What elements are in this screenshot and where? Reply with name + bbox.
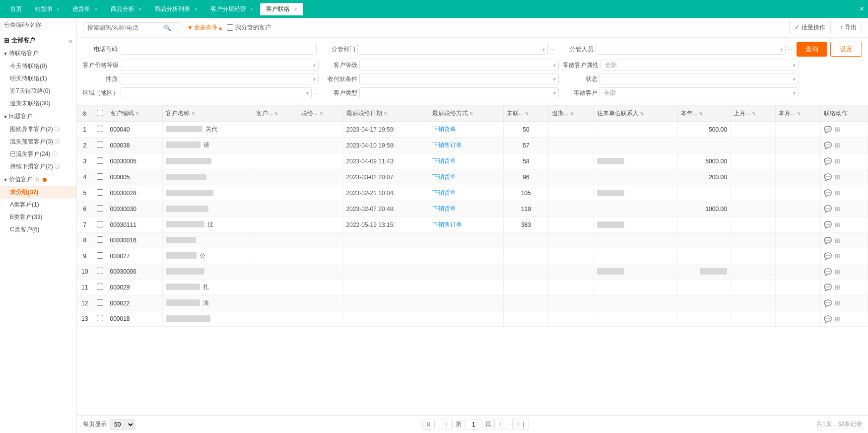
contact-action-icon[interactable]: 💬 <box>824 189 832 197</box>
sidebar-item-churned[interactable]: 已流失客户(24) ⓘ <box>0 148 76 160</box>
page-number-input[interactable] <box>465 420 482 430</box>
contact-action-icon[interactable]: 💬 <box>824 315 832 323</box>
method-link[interactable]: 下销货单 <box>432 157 456 164</box>
cell-last-method[interactable]: 下销货单 <box>429 153 503 169</box>
contact-action-icon[interactable]: 💬 <box>824 237 832 244</box>
tab-goods-list-close[interactable]: × <box>194 6 197 12</box>
cell-checkbox[interactable] <box>93 122 107 138</box>
contact-action-icon[interactable]: 💬 <box>824 252 832 260</box>
export-button[interactable]: ↑ 导出 <box>835 21 862 34</box>
sidebar-item-overdue[interactable]: 逾期未联络(30) <box>0 97 76 110</box>
payment-select[interactable] <box>359 73 558 84</box>
cell-last-method[interactable]: 下销货单 <box>429 201 503 217</box>
sidebar-item-type-b[interactable]: B类客户(33) <box>0 211 76 223</box>
sparse-customer-select[interactable]: 全部 <box>600 87 799 98</box>
cell-last-method[interactable]: 下销货单 <box>429 169 503 185</box>
contact-action-icon[interactable]: 💬 <box>824 142 832 149</box>
page-size-select[interactable]: 50 100 <box>110 419 135 430</box>
col-this-month[interactable]: 本月... ⇅ <box>775 106 820 122</box>
my-customers-checkbox[interactable] <box>227 24 233 31</box>
col-contact-person[interactable]: 往来单位联系人 ⇅ <box>594 106 677 122</box>
refresh-icon[interactable]: ↻ <box>35 176 40 183</box>
dept-select[interactable] <box>357 44 547 55</box>
col-last-date[interactable]: 最后联络日期 ⇅ <box>343 106 429 122</box>
contact-action-icon[interactable]: 💬 <box>824 157 832 165</box>
cell-last-method[interactable]: 下销货单 <box>429 185 503 201</box>
tab-purchase-close[interactable]: × <box>94 6 97 12</box>
contact-action-icon[interactable]: 💬 <box>824 284 832 291</box>
cell-checkbox[interactable] <box>93 138 107 153</box>
cell-checkbox[interactable] <box>93 280 107 295</box>
tab-home[interactable]: 首页 <box>4 3 28 15</box>
col-overdue[interactable]: 逾期... ⇅ <box>548 106 594 122</box>
sidebar-item-declining[interactable]: 持续下滑客户(2) ⓘ <box>0 160 76 173</box>
search-input[interactable] <box>87 24 162 31</box>
sidebar-section-pending[interactable]: ▾ 待联络客户 <box>0 47 76 60</box>
more-action-icon[interactable]: ⊞ <box>835 268 840 276</box>
sidebar-item-today[interactable]: 今天待联络(0) <box>0 60 76 72</box>
next-page-btn[interactable]: 〉 <box>494 419 509 430</box>
price-level-select[interactable] <box>121 60 319 71</box>
more-conditions-btn[interactable]: ▼ 更多条件 ▴ <box>187 23 222 32</box>
sidebar-item-type-a[interactable]: A类客户(1) <box>0 199 76 211</box>
col-this-year[interactable]: 本年... ⇅ <box>677 106 730 122</box>
cell-last-method[interactable]: 下销货单 <box>429 122 503 138</box>
contact-action-icon[interactable]: 💬 <box>824 126 832 133</box>
tab-goods-analysis-close[interactable]: × <box>138 6 141 12</box>
customer-type-select[interactable] <box>359 87 558 98</box>
cell-checkbox[interactable] <box>93 311 107 327</box>
tab-goods-list[interactable]: 商品分析列表 × <box>148 3 203 15</box>
method-link[interactable]: 下销货单 <box>432 189 456 196</box>
my-customers-filter[interactable]: 我分管的客户 <box>227 23 271 32</box>
more-action-icon[interactable]: ⊞ <box>835 205 840 213</box>
contact-action-icon[interactable]: 💬 <box>824 205 832 213</box>
more-action-icon[interactable]: ⊞ <box>835 189 840 197</box>
status-select[interactable] <box>600 73 799 84</box>
col-last-month[interactable]: 上月... ⇅ <box>730 106 775 122</box>
dept-more-icon[interactable]: ··· <box>550 46 555 53</box>
customer-level-select[interactable] <box>359 60 558 71</box>
cell-checkbox[interactable] <box>93 248 107 264</box>
contact-action-icon[interactable]: 💬 <box>824 299 832 307</box>
contact-action-icon[interactable]: 💬 <box>824 173 832 181</box>
more-action-icon[interactable]: ⊞ <box>835 142 840 149</box>
phone-input[interactable] <box>120 44 317 55</box>
prev-page-btn[interactable]: 〈 <box>438 419 453 430</box>
col-settings[interactable]: ⚙ <box>77 106 93 122</box>
sidebar-item-tomorrow[interactable]: 明天待联络(1) <box>0 72 76 85</box>
select-all-checkbox[interactable] <box>97 110 103 116</box>
tab-customer-tier[interactable]: 客户分层经营 × <box>204 3 259 15</box>
sidebar-item-abnormal[interactable]: 囤购异常客户(2) ⓘ <box>0 123 76 136</box>
cell-checkbox[interactable] <box>93 153 107 169</box>
first-page-btn[interactable]: К <box>422 420 435 430</box>
reset-button[interactable]: 设置 <box>830 42 862 57</box>
tab-customer-tier-close[interactable]: × <box>250 6 253 12</box>
more-action-icon[interactable]: ⊞ <box>835 237 840 244</box>
last-page-btn[interactable]: 〉| <box>512 419 529 430</box>
more-action-icon[interactable]: ⊞ <box>835 221 840 228</box>
col-type[interactable]: 客户... ⇅ <box>253 106 298 122</box>
more-action-icon[interactable]: ⊞ <box>835 284 840 291</box>
more-action-icon[interactable]: ⊞ <box>835 157 840 165</box>
region-more-icon[interactable]: ··· <box>314 89 319 96</box>
method-link[interactable]: 下销售订单 <box>432 221 462 228</box>
cell-checkbox[interactable] <box>93 217 107 233</box>
sparse-attr-select[interactable]: 全部 <box>601 60 799 71</box>
sidebar-search-input[interactable] <box>4 21 77 28</box>
col-last-method[interactable]: 最后联络方式 ⇅ <box>429 106 503 122</box>
col-checkbox[interactable] <box>93 106 107 122</box>
cell-checkbox[interactable] <box>93 233 107 248</box>
sidebar-section-value[interactable]: ▾ 价值客户 ↻ <box>0 173 76 186</box>
manager-more-icon[interactable]: ··· <box>788 46 793 53</box>
cell-checkbox[interactable] <box>93 201 107 217</box>
nature-select[interactable] <box>120 73 319 84</box>
col-uncontacted[interactable]: 未联... ⇅ <box>503 106 548 122</box>
cell-checkbox[interactable] <box>93 169 107 185</box>
more-action-icon[interactable]: ⊞ <box>835 315 840 323</box>
contact-action-icon[interactable]: 💬 <box>824 268 832 276</box>
sidebar-item-churn-warn[interactable]: 流失预警客户(3) ⓘ <box>0 136 76 148</box>
sidebar-item-type-c[interactable]: C类客户(6) <box>0 223 76 236</box>
region-select[interactable] <box>121 87 312 98</box>
method-link[interactable]: 下销货单 <box>432 126 456 133</box>
more-action-icon[interactable]: ⊞ <box>835 173 840 181</box>
